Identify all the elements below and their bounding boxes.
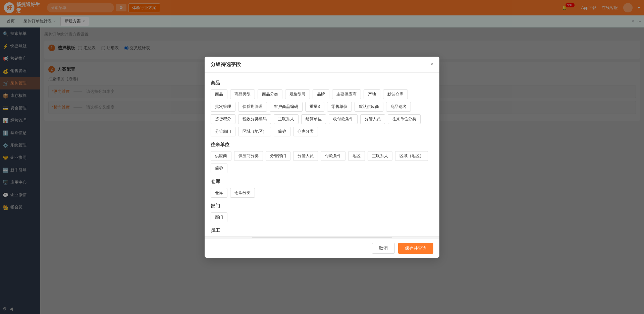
section-title-employee: 员工 — [211, 228, 433, 234]
field-selection-modal: 分组待选字段 × 商品 商品 商品类型 商品分类 规格型号 品牌 主要供应商 产… — [205, 57, 439, 258]
field-tag[interactable]: 主联系人 — [368, 151, 392, 161]
field-tag[interactable]: 仓库 — [211, 188, 227, 198]
field-tag[interactable]: 零售单位 — [327, 102, 352, 112]
field-tag[interactable]: 区域（地区） — [395, 151, 428, 161]
field-tag[interactable]: 付款条件 — [321, 151, 345, 161]
hscroll-thumb[interactable] — [252, 237, 391, 238]
modal-header: 分组待选字段 × — [205, 57, 439, 73]
modal-hscrollbar — [205, 236, 439, 238]
field-tag[interactable]: 拣货积分 — [211, 114, 235, 124]
cancel-button[interactable]: 取消 — [372, 243, 395, 254]
dept-fields: 部门 — [211, 212, 433, 222]
field-tag[interactable]: 部门 — [211, 212, 227, 222]
field-tag[interactable]: 品牌 — [313, 89, 329, 99]
field-tag[interactable]: 地区 — [348, 151, 365, 161]
warehouse-fields: 仓库 仓库分类 — [211, 188, 433, 198]
field-tag[interactable]: 商品别名 — [386, 102, 411, 112]
field-tag[interactable]: 批次管理 — [211, 102, 235, 112]
product-fields: 商品 商品类型 商品分类 规格型号 品牌 主要供应商 产地 默认仓库 批次管理 … — [211, 89, 433, 136]
field-tag[interactable]: 往来单位分类 — [388, 114, 421, 124]
field-tag[interactable]: 客户商品编码 — [270, 102, 303, 112]
modal-title: 分组待选字段 — [211, 61, 241, 68]
field-tag[interactable]: 结算单位 — [301, 114, 326, 124]
field-tag[interactable]: 分管部门 — [266, 151, 290, 161]
field-tag[interactable]: 简称 — [274, 127, 290, 136]
section-title-partner: 往来单位 — [211, 142, 433, 148]
modal-body: 商品 商品 商品类型 商品分类 规格型号 品牌 主要供应商 产地 默认仓库 批次… — [205, 73, 439, 237]
field-tag[interactable]: 商品类型 — [230, 89, 255, 99]
field-tag[interactable]: 简称 — [211, 164, 227, 173]
field-tag[interactable]: 分管人员 — [293, 151, 318, 161]
field-tag[interactable]: 默认仓库 — [383, 89, 408, 99]
field-tag[interactable]: 分管人员 — [360, 114, 385, 124]
field-tag[interactable]: 供应商 — [211, 151, 231, 161]
field-tag[interactable]: 默认供应商 — [355, 102, 383, 112]
field-tag[interactable]: 保质期管理 — [238, 102, 267, 112]
field-tag[interactable]: 商品分类 — [258, 89, 282, 99]
field-tag[interactable]: 重量3 — [305, 102, 324, 112]
field-tag[interactable]: 分管部门 — [211, 127, 235, 136]
partner-fields: 供应商 供应商分类 分管部门 分管人员 付款条件 地区 主联系人 区域（地区） … — [211, 151, 433, 173]
field-tag[interactable]: 仓库分类 — [230, 188, 255, 198]
field-tag[interactable]: 产地 — [364, 89, 380, 99]
field-tag[interactable]: 税收分类编码 — [238, 114, 271, 124]
confirm-button[interactable]: 保存并查询 — [398, 243, 433, 254]
field-tag[interactable]: 主要供应商 — [332, 89, 361, 99]
section-title-warehouse: 仓库 — [211, 179, 433, 185]
modal-close-btn[interactable]: × — [430, 61, 433, 67]
field-tag[interactable]: 仓库分类 — [293, 127, 318, 136]
field-tag[interactable]: 商品 — [211, 89, 227, 99]
field-tag[interactable]: 供应商分类 — [234, 151, 263, 161]
field-tag[interactable]: 主联系人 — [274, 114, 299, 124]
field-tag[interactable]: 收付款条件 — [329, 114, 358, 124]
modal-footer: 取消 保存并查询 — [205, 239, 439, 258]
modal-overlay: 分组待选字段 × 商品 商品 商品类型 商品分类 规格型号 品牌 主要供应商 产… — [0, 0, 644, 314]
section-title-product: 商品 — [211, 80, 433, 86]
field-tag[interactable]: 规格型号 — [285, 89, 310, 99]
field-tag[interactable]: 区域（地区） — [238, 127, 271, 136]
section-title-dept: 部门 — [211, 203, 433, 209]
